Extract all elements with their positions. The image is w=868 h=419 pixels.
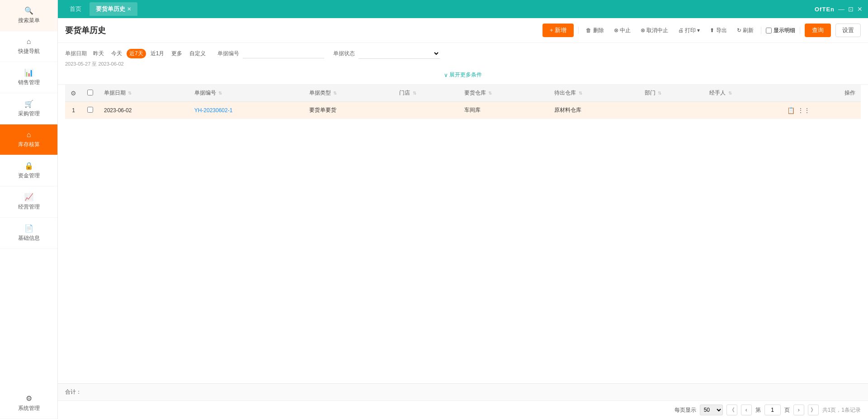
doc-number-filter-group: 单据编号 <box>217 49 324 58</box>
delete-button[interactable]: 🗑 删除 <box>583 25 606 36</box>
operations-icon: 📈 <box>24 193 33 201</box>
home-icon: ⌂ <box>27 38 31 46</box>
close-tab-icon[interactable]: ✕ <box>127 6 131 12</box>
refresh-button[interactable]: ↻ 刷新 <box>734 25 756 36</box>
query-button[interactable]: 查询 <box>805 24 831 37</box>
cancel-stop-button[interactable]: ⊗ 取消中止 <box>638 25 671 36</box>
col-pending-warehouse-header: 待出仓库 ⇅ <box>549 85 639 102</box>
first-page-button[interactable]: 《 <box>726 405 737 415</box>
sort-store-icon[interactable]: ⇅ <box>413 90 416 95</box>
col-type-header: 单据类型 ⇅ <box>304 85 394 102</box>
summary-label: 合计： <box>65 389 81 395</box>
sidebar-item-basic[interactable]: 📄 基础信息 <box>0 218 57 249</box>
logo-text: OfTEn <box>815 6 835 13</box>
doc-status-select[interactable] <box>359 48 440 59</box>
print-button[interactable]: 🖨 打印 ▾ <box>675 25 703 36</box>
sidebar-item-shortcut[interactable]: ⌂ 快捷导航 <box>0 31 57 62</box>
date-btn-yesterday[interactable]: 昨天 <box>90 49 107 58</box>
date-btn-last1month[interactable]: 近1月 <box>148 49 167 58</box>
tab-requisition-history[interactable]: 要货单历史 ✕ <box>90 2 137 16</box>
sort-pending-warehouse-icon[interactable]: ⇅ <box>579 90 582 95</box>
sidebar-item-label: 销售管理 <box>18 79 40 86</box>
row-action-view-icon[interactable]: 📋 <box>787 107 795 114</box>
chart-icon: 📊 <box>24 68 33 77</box>
expand-more-btn[interactable]: ∨ 展开更多条件 <box>65 71 861 79</box>
sidebar-item-label: 基础信息 <box>18 234 40 242</box>
show-detail-toggle[interactable]: 显示明细 <box>766 27 795 34</box>
tab-home-label: 首页 <box>70 5 81 13</box>
date-filter-label: 单据日期 <box>65 50 87 57</box>
new-button[interactable]: + 新增 <box>542 24 574 37</box>
sidebar-item-label: 系统管理 <box>18 405 40 412</box>
last-page-button[interactable]: 》 <box>808 405 819 415</box>
divider-3 <box>800 27 800 34</box>
tab-requisition-history-label: 要货单历史 <box>96 5 125 13</box>
col-department-label: 部门 <box>645 90 656 96</box>
divider-2 <box>761 27 761 34</box>
sort-req-warehouse-icon[interactable]: ⇅ <box>488 90 492 95</box>
expand-more-label: 展开更多条件 <box>449 71 482 79</box>
sort-date-icon[interactable]: ⇅ <box>128 90 132 95</box>
doc-status-filter-group: 单据状态 <box>333 48 440 59</box>
sidebar-item-search[interactable]: 🔍 搜索菜单 <box>0 0 57 31</box>
col-date-label: 单据日期 <box>104 90 126 96</box>
divider-1 <box>578 27 579 34</box>
page-label-prefix: 第 <box>755 406 761 414</box>
sidebar-item-sales[interactable]: 📊 销售管理 <box>0 62 57 93</box>
minimize-icon[interactable]: — <box>838 5 844 13</box>
date-btn-custom[interactable]: 自定义 <box>187 49 208 58</box>
col-type-label: 单据类型 <box>309 90 331 96</box>
next-page-button[interactable]: › <box>793 405 804 415</box>
filter-area: 单据日期 昨天 今天 近7天 近1月 更多 自定义 单据编号 <box>58 43 868 85</box>
sidebar-item-finance[interactable]: 🔒 资金管理 <box>0 155 57 186</box>
pagination: 每页显示 50 10 20 100 《 ‹ 第 页 › <box>58 400 868 419</box>
select-all-checkbox[interactable] <box>87 90 93 95</box>
export-button[interactable]: ⬆ 导出 <box>707 25 729 36</box>
page-title: 要货单历史 <box>65 25 542 36</box>
row-number-link[interactable]: YH-20230602-1 <box>194 107 233 114</box>
table-area: ⚙ 单据日期 ⇅ 单据编号 ⇅ <box>58 85 868 383</box>
row-checkbox-cell <box>82 102 99 119</box>
col-store-label: 门店 <box>399 90 410 96</box>
row-checkbox[interactable] <box>87 107 93 113</box>
prev-page-button[interactable]: ‹ <box>741 405 752 415</box>
stop-button[interactable]: ⊗ 中止 <box>611 25 633 36</box>
page-size-select[interactable]: 50 10 20 100 <box>700 405 723 415</box>
date-btn-today[interactable]: 今天 <box>108 49 125 58</box>
sidebar-item-label: 库存核算 <box>18 141 40 148</box>
col-store-header: 门店 ⇅ <box>394 85 458 102</box>
date-btn-more[interactable]: 更多 <box>169 49 185 58</box>
sidebar-item-system[interactable]: ⚙ 系统管理 <box>0 388 57 419</box>
close-window-icon[interactable]: ✕ <box>857 5 863 13</box>
table-settings-icon[interactable]: ⚙ <box>71 90 76 97</box>
sidebar-item-operations[interactable]: 📈 经营管理 <box>0 186 57 218</box>
tab-home[interactable]: 首页 <box>63 2 88 16</box>
col-req-warehouse-header: 要货仓库 ⇅ <box>459 85 549 102</box>
print-icon: 🖨 <box>678 27 684 33</box>
sort-type-icon[interactable]: ⇅ <box>333 90 337 95</box>
search-icon: 🔍 <box>24 6 33 15</box>
date-btn-last7days[interactable]: 近7天 <box>127 49 146 58</box>
settings-button[interactable]: 设置 <box>835 24 861 37</box>
col-date-header: 单据日期 ⇅ <box>99 85 189 102</box>
sidebar-item-label: 资金管理 <box>18 172 40 180</box>
sidebar-item-inventory[interactable]: ⌂ 库存核算 <box>0 124 57 155</box>
sidebar: 🔍 搜索菜单 ⌂ 快捷导航 📊 销售管理 🛒 采购管理 ⌂ 库存核算 🔒 资金管… <box>0 0 58 419</box>
gear-icon: ⚙ <box>26 394 32 403</box>
show-detail-checkbox[interactable] <box>766 28 772 33</box>
sort-number-icon[interactable]: ⇅ <box>218 90 222 95</box>
sidebar-item-purchase[interactable]: 🛒 采购管理 <box>0 93 57 124</box>
sort-handler-icon[interactable]: ⇅ <box>728 90 732 95</box>
date-filter-group: 单据日期 昨天 今天 近7天 近1月 更多 自定义 <box>65 49 208 58</box>
current-page-input[interactable] <box>764 405 781 415</box>
row-number: YH-20230602-1 <box>189 102 304 119</box>
row-action-more-icon[interactable]: ⋮⋮ <box>797 107 810 114</box>
show-detail-label: 显示明细 <box>774 27 795 34</box>
sort-department-icon[interactable]: ⇅ <box>658 90 661 95</box>
col-handler-label: 经手人 <box>709 90 726 96</box>
doc-number-input[interactable] <box>243 49 324 58</box>
doc-number-label: 单据编号 <box>217 50 239 57</box>
expand-down-icon: ∨ <box>444 72 448 78</box>
table-row: 1 2023-06-02 YH-20230602-1 要货单要货 车间库 <box>65 102 861 119</box>
maximize-icon[interactable]: ⊡ <box>848 5 854 13</box>
